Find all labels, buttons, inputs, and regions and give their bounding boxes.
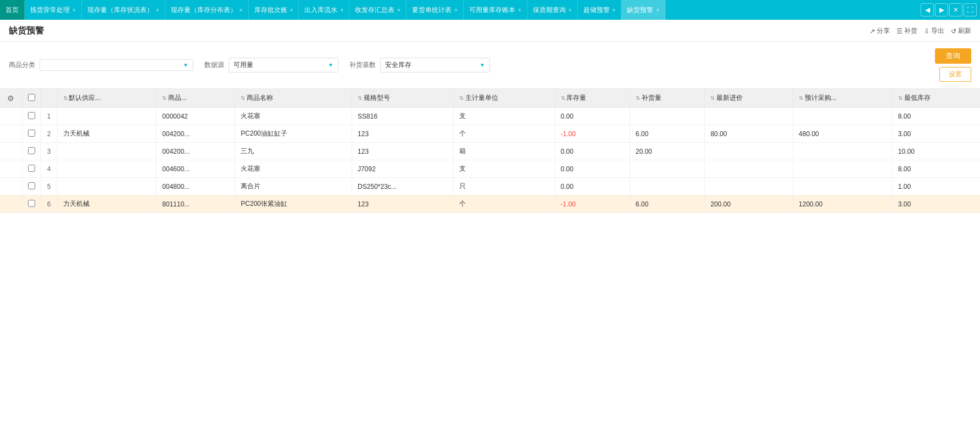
nav-tab-home[interactable]: 首页 <box>0 0 25 20</box>
export-btn[interactable]: ⇩ 导出 <box>924 26 944 36</box>
row-checkbox-4[interactable] <box>28 182 35 189</box>
close-stock-batch[interactable]: × <box>290 7 293 13</box>
filter-actions: 查询 设置 <box>935 48 971 82</box>
available-book-label: 可用量库存账本 <box>469 5 515 15</box>
datasource-dropdown-arrow: ▼ <box>328 62 333 68</box>
row-stock-2: 0.00 <box>555 143 630 160</box>
refresh-btn[interactable]: ↺ 刷新 <box>951 26 971 36</box>
nav-tab-overstock-warn[interactable]: 超储预警 × <box>578 0 622 20</box>
datasource-select[interactable]: 可用量 ▼ <box>229 58 338 72</box>
nav-close-btn[interactable]: ✕ <box>949 3 962 16</box>
recv-summary-label: 收发存汇总表 <box>355 5 394 15</box>
nav-prev-btn[interactable]: ◀ <box>921 3 934 16</box>
th-stock[interactable]: 库存量 <box>555 89 630 108</box>
nav-next-btn[interactable]: ▶ <box>935 3 948 16</box>
order-stats-label: 要货单统计表 <box>412 5 452 15</box>
row-spec-3: J7092 <box>352 160 454 178</box>
close-overstock-warn[interactable]: × <box>612 7 616 13</box>
row-num-0: 1 <box>41 108 57 125</box>
restock-base-select[interactable]: 安全库存 ▼ <box>380 58 490 72</box>
share-label: 分享 <box>877 26 890 36</box>
close-order-stats[interactable]: × <box>454 7 458 13</box>
setting-button[interactable]: 设置 <box>939 67 971 82</box>
row-checkbox-0[interactable] <box>28 112 35 119</box>
refresh-icon: ↺ <box>951 27 956 35</box>
close-inout-flow[interactable]: × <box>340 7 343 13</box>
nav-tab-available-book[interactable]: 可用量库存账本 × <box>464 0 527 20</box>
restock-label: 补货 <box>904 26 917 36</box>
th-default-supplier[interactable]: 默认供应... <box>57 89 157 108</box>
row-checkbox-cell[interactable] <box>22 178 41 195</box>
row-checkbox-3[interactable] <box>28 165 35 172</box>
close-stock-dist[interactable]: × <box>240 7 243 13</box>
close-pick-error[interactable]: × <box>73 7 76 13</box>
row-supplier-3 <box>57 160 157 178</box>
nav-tab-stock-batch[interactable]: 库存批次账 × <box>249 0 299 20</box>
th-unit[interactable]: 主计量单位 <box>453 89 555 108</box>
restock-base-value: 安全库存 <box>385 60 411 70</box>
category-select[interactable]: ▼ <box>40 59 193 71</box>
nav-tab-stock-dist[interactable]: 现存量（库存分布表） × <box>165 0 249 20</box>
page-title: 缺货预警 <box>9 25 44 37</box>
share-btn[interactable]: ↗ 分享 <box>870 26 890 36</box>
select-all-checkbox[interactable] <box>28 94 35 101</box>
nav-tab-recv-summary[interactable]: 收发存汇总表 × <box>349 0 407 20</box>
export-icon: ⇩ <box>924 27 929 35</box>
datasource-label: 数据源 <box>204 60 224 70</box>
restock-btn[interactable]: ☰ 补货 <box>897 26 917 36</box>
close-expiry-query[interactable]: × <box>569 7 572 13</box>
row-checkbox-cell[interactable] <box>22 143 41 160</box>
row-spec-2: 123 <box>352 143 454 160</box>
row-checkbox-cell[interactable] <box>22 108 41 125</box>
nav-tab-shortage-warn[interactable]: 缺货预警 × <box>621 0 665 20</box>
table-row: 5 004800... 离合片 DS250*23c... 只 0.00 1.00 <box>0 178 980 195</box>
nav-tab-order-stats[interactable]: 要货单统计表 × <box>407 0 464 20</box>
row-restock-qty-4 <box>630 178 704 195</box>
row-name-0: 火花塞 <box>235 108 352 125</box>
nav-fullscreen-btn[interactable]: ⛶ <box>964 3 977 16</box>
shortage-warn-label: 缺货预警 <box>627 5 653 15</box>
th-checkbox <box>22 89 41 108</box>
row-unit-0: 支 <box>453 108 555 125</box>
row-spec-0: SS816 <box>352 108 454 125</box>
close-stock-status[interactable]: × <box>156 7 159 13</box>
close-available-book[interactable]: × <box>518 7 521 13</box>
close-recv-summary[interactable]: × <box>397 7 400 13</box>
data-table: ⚙ 默认供应... 商品... 商品名称 规格型号 主计量单位 库存量 补货量 … <box>0 89 980 213</box>
settings-gear-icon[interactable]: ⚙ <box>7 94 14 103</box>
nav-tab-inout-flow[interactable]: 出入库流水 × <box>299 0 349 20</box>
row-estimated-purchase-2 <box>793 143 893 160</box>
th-product-code[interactable]: 商品... <box>157 89 235 108</box>
nav-tab-stock-status[interactable]: 现存量（库存状况表） × <box>82 0 165 20</box>
nav-tab-pick-error[interactable]: 拣货异常处理 × <box>25 0 82 20</box>
row-checkbox-5[interactable] <box>28 200 35 207</box>
th-settings[interactable]: ⚙ <box>0 89 22 108</box>
row-unit-5: 个 <box>453 195 555 213</box>
expiry-query-label: 保质期查询 <box>533 5 566 15</box>
row-name-2: 三九 <box>235 143 352 160</box>
row-checkbox-1[interactable] <box>28 130 35 137</box>
th-latest-price[interactable]: 最新进价 <box>705 89 793 108</box>
th-min-stock[interactable]: 最低库存 <box>892 89 980 108</box>
close-shortage-warn[interactable]: × <box>656 7 659 13</box>
home-label: 首页 <box>5 5 19 15</box>
row-checkbox-2[interactable] <box>28 147 35 154</box>
th-spec[interactable]: 规格型号 <box>352 89 454 108</box>
row-checkbox-cell[interactable] <box>22 125 41 143</box>
row-checkbox-cell[interactable] <box>22 195 41 213</box>
row-latest-price-2 <box>705 143 793 160</box>
stock-status-label: 现存量（库存状况表） <box>87 5 153 15</box>
row-unit-2: 箱 <box>453 143 555 160</box>
row-checkbox-cell[interactable] <box>22 160 41 178</box>
th-restock-qty[interactable]: 补货量 <box>630 89 704 108</box>
table-header: ⚙ 默认供应... 商品... 商品名称 规格型号 主计量单位 库存量 补货量 … <box>0 89 980 108</box>
row-name-5: PC200张紧油缸 <box>235 195 352 213</box>
row-restock-qty-1: 6.00 <box>630 125 704 143</box>
row-stock-5: -1.00 <box>555 195 630 213</box>
th-estimated-purchase[interactable]: 预计采购... <box>793 89 893 108</box>
nav-tab-expiry-query[interactable]: 保质期查询 × <box>527 0 578 20</box>
query-button[interactable]: 查询 <box>935 48 971 64</box>
page-content: 缺货预警 ↗ 分享 ☰ 补货 ⇩ 导出 ↺ 刷新 商品分类 <box>0 20 980 437</box>
th-product-name[interactable]: 商品名称 <box>235 89 352 108</box>
category-dropdown-arrow: ▼ <box>183 62 188 68</box>
